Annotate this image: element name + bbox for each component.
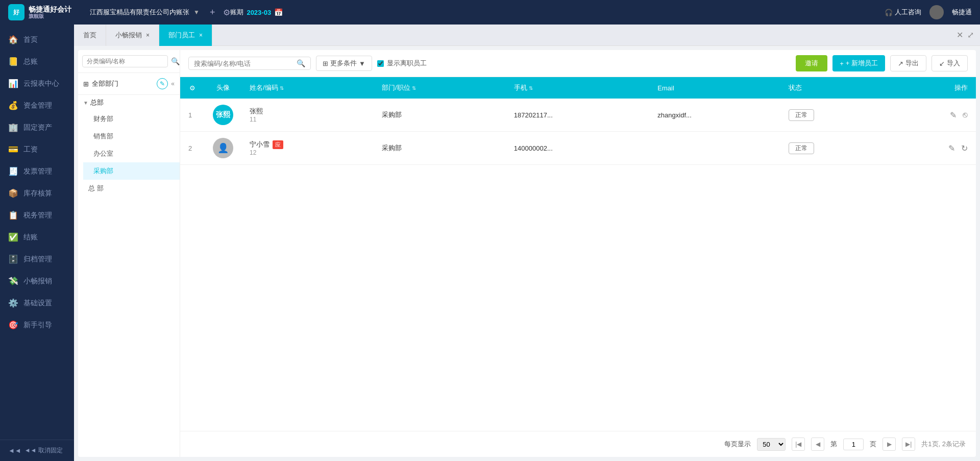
sidebar-item-assets[interactable]: 🏢 固定资产 <box>0 116 74 138</box>
tab-dept[interactable]: 部门员工 × <box>159 25 212 46</box>
sidebar-item-reports[interactable]: 📊 云报表中心 <box>0 72 74 94</box>
expense-icon: 💸 <box>8 276 18 286</box>
refresh-button[interactable]: ↻ <box>961 143 968 153</box>
first-page-btn[interactable]: |◀ <box>792 438 805 451</box>
pin-icon: ◄◄ <box>8 447 21 454</box>
sidebar-item-ledger[interactable]: 📒 总账 <box>0 51 74 72</box>
sidebar-item-invoice[interactable]: 🧾 发票管理 <box>0 160 74 182</box>
top-bar: 好 畅捷通好会计 旗舰版 江西服宝精品有限责任公司内账张 ▼ + ⚙ 账期 20… <box>0 0 980 25</box>
close-window-btn[interactable]: ✕ <box>957 30 963 40</box>
row-actions-cell: ✎ ↻ <box>883 132 976 165</box>
home-icon: 🏠 <box>8 35 18 44</box>
col-name[interactable]: 姓名/编码 ⇅ <box>241 77 374 99</box>
page-current-input[interactable] <box>843 439 864 450</box>
dept-item-hq2[interactable]: 总 部 <box>78 180 180 197</box>
ledger-icon: 📒 <box>8 57 18 66</box>
table-row: 1 张熙 张熙 11 <box>180 99 976 132</box>
edit-button[interactable]: ✎ <box>950 110 957 120</box>
edit-button[interactable]: ✎ <box>948 143 955 153</box>
user-avatar[interactable] <box>929 5 944 19</box>
row-phone-cell: 140000002... <box>506 132 650 165</box>
dept-search-icon[interactable]: 🔍 <box>171 57 180 65</box>
sort-icon: ⇅ <box>412 85 416 91</box>
status-badge: 正常 <box>789 109 814 121</box>
page-size-label: 每页显示 <box>724 440 751 449</box>
assets-icon: 🏢 <box>8 123 18 132</box>
employee-search-input[interactable] <box>194 60 297 67</box>
calendar-icon[interactable]: 📅 <box>274 8 283 16</box>
row-actions-cell: ✎ ⎋ <box>883 99 976 132</box>
prev-page-btn[interactable]: ◀ <box>811 438 824 451</box>
dept-item-sales[interactable]: 销售部 <box>83 128 180 145</box>
export-button[interactable]: ↗ 导出 <box>890 55 926 71</box>
action-buttons: ✎ ⎋ <box>891 110 968 120</box>
col-settings[interactable]: ⚙ <box>180 77 205 99</box>
last-page-btn[interactable]: ▶| <box>902 438 915 451</box>
dept-tree: ▼ 总部 财务部 销售部 办公室 采购 <box>78 95 180 457</box>
tabs-bar: 首页 小畅报销 × 部门员工 × ✕ ⤢ <box>74 25 980 46</box>
status-badge: 正常 <box>789 142 814 154</box>
col-avatar: 头像 <box>205 77 241 99</box>
filter-btn[interactable]: ⊞ 更多条件 ▼ <box>316 56 372 71</box>
dept-item-purchase[interactable]: 采购部 <box>83 162 180 180</box>
tab-dept-label: 部门员工 <box>168 31 195 40</box>
next-page-btn[interactable]: ▶ <box>883 438 896 451</box>
tab-expense-close[interactable]: × <box>146 32 150 39</box>
sidebar-item-expense[interactable]: 💸 小畅报销 <box>0 270 74 292</box>
filter-dropdown-icon: ▼ <box>359 60 365 67</box>
show-resigned-checkbox[interactable]: 显示离职员工 <box>377 59 427 68</box>
tab-dept-close[interactable]: × <box>199 32 203 39</box>
funds-icon: 💰 <box>8 101 18 110</box>
collapse-icon[interactable]: « <box>171 80 175 87</box>
dept-item-finance[interactable]: 财务部 <box>83 110 180 128</box>
add-icon[interactable]: + <box>210 7 215 18</box>
dept-search-bar: 🔍 <box>78 50 180 73</box>
dept-search-input[interactable] <box>82 55 168 67</box>
payroll-icon: 💳 <box>8 144 18 154</box>
company-selector[interactable]: 江西服宝精品有限责任公司内账张 ▼ <box>90 8 200 17</box>
sidebar-item-guide[interactable]: 🎯 新手引导 <box>0 314 74 336</box>
dept-item-office[interactable]: 办公室 <box>83 145 180 162</box>
sidebar-item-tax[interactable]: 📋 税务管理 <box>0 204 74 226</box>
row-status-cell: 正常 <box>780 132 883 165</box>
tab-expense[interactable]: 小畅报销 × <box>106 25 159 46</box>
sidebar-pin-toggle[interactable]: ◄◄ ◄◄ 取消固定 <box>0 440 74 461</box>
company-name: 江西服宝精品有限责任公司内账张 <box>90 8 189 17</box>
sidebar-item-archive[interactable]: 🗄️ 归档管理 <box>0 248 74 270</box>
app-logo: 好 畅捷通好会计 旗舰版 <box>8 4 80 20</box>
dept-group-hq[interactable]: ▼ 总部 <box>78 95 180 110</box>
employee-search-bar[interactable]: 🔍 <box>188 57 311 70</box>
sidebar-item-close[interactable]: ✅ 结账 <box>0 226 74 248</box>
dept-item-label: 财务部 <box>93 114 113 124</box>
sidebar-item-funds[interactable]: 💰 资金管理 <box>0 94 74 116</box>
resigned-checkbox-input[interactable] <box>377 60 384 67</box>
search-icon[interactable]: 🔍 <box>297 59 305 67</box>
sidebar-item-payroll[interactable]: 💳 工资 <box>0 138 74 160</box>
dept-group-name: 总部 <box>90 98 104 107</box>
all-dept-header[interactable]: ⊞ 全部部门 ✎ « <box>78 73 180 95</box>
sidebar-item-home[interactable]: 🏠 首页 <box>0 29 74 51</box>
period-selector[interactable]: 账期 2023-03 📅 <box>230 8 283 17</box>
settings-icon[interactable]: ⚙ <box>223 8 230 17</box>
dept-edit-btn[interactable]: ✎ <box>157 78 168 89</box>
import-label: 导入 <box>947 59 960 68</box>
sidebar-item-settings[interactable]: ⚙️ 基础设置 <box>0 292 74 314</box>
sidebar-item-inventory[interactable]: 📦 库存核算 <box>0 182 74 204</box>
invite-button[interactable]: 邀请 <box>796 55 827 71</box>
logout-button[interactable]: ⎋ <box>963 110 968 119</box>
expand-window-btn[interactable]: ⤢ <box>967 30 974 40</box>
row-dept-cell: 采购部 <box>374 132 506 165</box>
service-btn[interactable]: 🎧 人工咨询 <box>885 8 921 17</box>
add-employee-button[interactable]: + + 新增员工 <box>832 55 885 71</box>
tab-home[interactable]: 首页 <box>74 25 106 46</box>
col-dept[interactable]: 部门/职位 ⇅ <box>374 77 506 99</box>
import-icon: ↙ <box>939 60 945 67</box>
badge-ying: 应 <box>273 140 283 149</box>
pagination: 每页显示 50 10 20 100 |◀ ◀ 第 页 ▶ ▶| 共1页, 2条记… <box>180 431 976 457</box>
table-header-row: ⚙ 头像 姓名/编码 ⇅ 部门/职位 <box>180 77 976 99</box>
logo-text: 畅捷通好会计 旗舰版 <box>29 5 71 20</box>
import-button[interactable]: ↙ 导入 <box>932 55 968 71</box>
row-avatar: 张熙 <box>205 99 241 132</box>
col-phone[interactable]: 手机 ⇅ <box>506 77 650 99</box>
page-size-select[interactable]: 50 10 20 100 <box>757 438 786 451</box>
